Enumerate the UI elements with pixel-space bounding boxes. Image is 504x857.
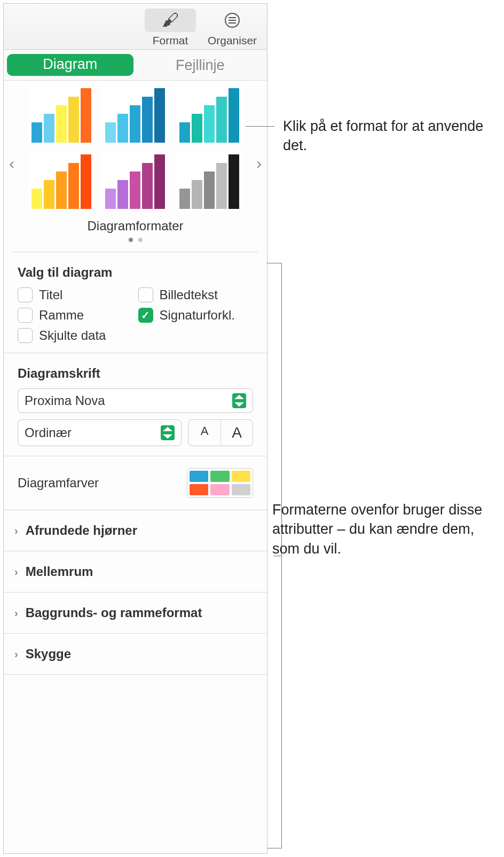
diagram-options-title: Valg til diagram: [18, 265, 253, 280]
diagram-options-section: Valg til diagram Titel Billedtekst Ramme…: [4, 252, 267, 353]
disclosure-corners-label: Afrundede hjørner: [26, 523, 137, 538]
disclosure-shadow-label: Skygge: [26, 646, 71, 661]
diagram-colors-picker[interactable]: [187, 468, 253, 498]
chart-style-swatch[interactable]: [102, 152, 168, 211]
brush-icon: 🖌: [162, 10, 179, 30]
option-titel: Titel: [18, 287, 133, 302]
chart-style-swatch[interactable]: [102, 86, 168, 145]
format-inspector-panel: 🖌 Format Organiser Diagram Fejllinje ‹ ›…: [3, 3, 267, 854]
diagram-colors-section: Diagramfarver: [4, 456, 267, 510]
chart-styles-area: ‹ › Diagramformater: [4, 81, 267, 252]
organize-tool-button[interactable]: Organiser: [204, 7, 261, 48]
tab-diagram[interactable]: Diagram: [7, 54, 133, 76]
disclosure-gaps[interactable]: › Mellemrum: [4, 551, 267, 593]
organize-tool-label: Organiser: [208, 34, 257, 47]
font-family-select[interactable]: Proxima Nova: [18, 388, 253, 413]
disclosure-gaps-label: Mellemrum: [26, 564, 93, 579]
list-icon: [225, 13, 240, 28]
select-stepper-icon: [161, 425, 175, 440]
chart-styles-label: Diagramformater: [28, 219, 242, 233]
callout-attributes-text: Formaterne ovenfor bruger disse attribut…: [272, 502, 482, 557]
checkbox-titel[interactable]: [18, 287, 33, 302]
disclosure-bg-label: Baggrunds- og rammeformat: [26, 605, 202, 620]
select-stepper-icon: [232, 393, 246, 408]
page-indicator: [28, 238, 242, 242]
disclosure-corners[interactable]: › Afrundede hjørner: [4, 510, 267, 551]
chevron-right-icon: ›: [14, 525, 18, 537]
checkbox-ramme[interactable]: [18, 308, 33, 323]
option-billedtekst-label: Billedtekst: [160, 287, 218, 302]
page-dot[interactable]: [129, 238, 133, 242]
chart-style-swatch[interactable]: [176, 86, 242, 145]
diagram-font-title: Diagramskrift: [18, 366, 253, 381]
option-ramme-label: Ramme: [39, 308, 84, 323]
option-signatur-label: Signaturforkl.: [160, 308, 235, 323]
diagram-font-section: Diagramskrift Proxima Nova Ordinær A A: [4, 353, 267, 456]
option-billedtekst: Billedtekst: [138, 287, 254, 302]
chart-style-swatch[interactable]: [176, 152, 242, 211]
chart-style-grid: [28, 86, 242, 211]
font-weight-value: Ordinær: [25, 425, 72, 440]
format-tool-button[interactable]: 🖌 Format: [142, 7, 199, 48]
disclosure-shadow[interactable]: › Skygge: [4, 634, 267, 675]
font-size-group: A A: [188, 419, 253, 446]
diagram-colors-title: Diagramfarver: [18, 476, 99, 490]
option-skjulte-label: Skjulte data: [39, 328, 106, 343]
font-size-larger-button[interactable]: A: [220, 420, 253, 446]
font-size-smaller-button[interactable]: A: [188, 420, 220, 446]
callout-style: Klik på et format for at anvende det.: [283, 116, 497, 155]
callout-style-text: Klik på et format for at anvende det.: [283, 118, 483, 153]
option-titel-label: Titel: [39, 287, 62, 302]
checkbox-signatur[interactable]: [138, 308, 153, 323]
option-skjulte: Skjulte data: [18, 328, 133, 343]
tab-errorbar[interactable]: Fejllinje: [133, 54, 267, 80]
inspector-toolbar: 🖌 Format Organiser: [4, 4, 267, 50]
styles-next-button[interactable]: ›: [253, 149, 265, 178]
chevron-right-icon: ›: [14, 566, 18, 578]
checkbox-billedtekst[interactable]: [138, 287, 153, 302]
chart-style-swatch[interactable]: [28, 152, 94, 211]
option-signatur: Signaturforkl.: [138, 308, 254, 323]
styles-prev-button[interactable]: ‹: [6, 149, 18, 178]
option-ramme: Ramme: [18, 308, 133, 323]
font-weight-select[interactable]: Ordinær: [18, 419, 182, 446]
format-tool-label: Format: [153, 34, 188, 47]
page-dot[interactable]: [138, 238, 143, 242]
chart-style-swatch[interactable]: [28, 86, 94, 145]
font-family-value: Proxima Nova: [25, 393, 105, 408]
checkbox-skjulte[interactable]: [18, 328, 33, 343]
callout-attributes: Formaterne ovenfor bruger disse attribut…: [272, 500, 497, 558]
chevron-right-icon: ›: [14, 648, 18, 660]
disclosure-bg[interactable]: › Baggrunds- og rammeformat: [4, 593, 267, 634]
chevron-right-icon: ›: [14, 607, 18, 619]
inspector-tabs: Diagram Fejllinje: [4, 50, 267, 81]
